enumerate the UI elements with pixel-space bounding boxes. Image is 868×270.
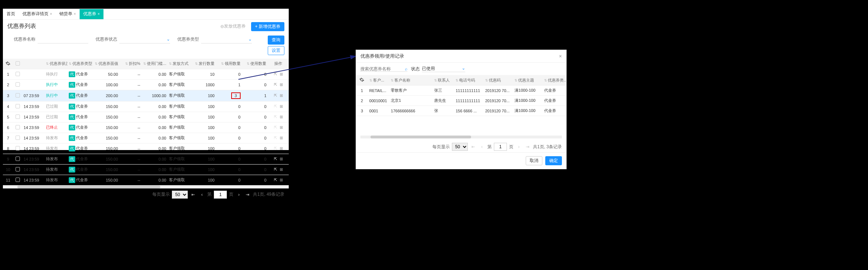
col-face[interactable]: ⇅优惠券面值	[93, 59, 119, 69]
table-row[interactable]: 5 14 23:59 已过期 代代金券 150.00 -- 0.00 客户领取 …	[3, 112, 289, 122]
qrcode-icon[interactable]: ⊞	[280, 167, 283, 171]
row-checkbox[interactable]	[13, 154, 22, 164]
share-icon[interactable]: ⇱	[274, 146, 277, 150]
claim-cell[interactable]: 0	[216, 143, 242, 154]
share-icon[interactable]: ⇱	[274, 115, 277, 119]
qrcode-icon[interactable]: ⊞	[280, 178, 283, 182]
table-row[interactable]: 11 14 23:59 待发布 代代金券 150.00 -- 0.00 客户领取…	[3, 175, 289, 185]
claim-cell[interactable]: 3	[216, 90, 242, 101]
claim-count-highlighted[interactable]: 3	[231, 92, 241, 99]
row-checkbox[interactable]	[13, 101, 22, 112]
col-status[interactable]: ⇅优惠券状态	[45, 59, 68, 69]
search-icon[interactable]: ⌕	[405, 66, 407, 71]
claim-cell[interactable]: 0	[216, 154, 242, 164]
table-row[interactable]: 4 14 23:59 已过期 代代金券 150.00 -- 0.00 客户领取 …	[3, 101, 289, 112]
claim-cell[interactable]: 0	[216, 122, 242, 133]
tab-home[interactable]: 首页	[3, 9, 19, 19]
status-select[interactable]: 已使用 ⌄	[422, 66, 465, 72]
close-icon[interactable]: ×	[74, 12, 76, 16]
row-checkbox[interactable]	[13, 122, 22, 133]
row-checkbox[interactable]	[13, 69, 22, 79]
col-code[interactable]: ⇅优惠码	[484, 75, 513, 86]
row-checkbox[interactable]	[13, 79, 22, 90]
qrcode-icon[interactable]: ⊞	[280, 146, 283, 150]
qrcode-icon[interactable]: ⊞	[280, 136, 283, 140]
row-checkbox[interactable]	[13, 90, 22, 101]
share-icon[interactable]: ⇱	[274, 157, 277, 161]
qrcode-icon[interactable]: ⊞	[280, 104, 283, 108]
share-icon[interactable]: ⇱	[274, 82, 277, 87]
prev-page-button[interactable]: ‹	[199, 191, 205, 198]
col-use[interactable]: ⇅使用数量	[242, 59, 268, 69]
qrcode-icon[interactable]: ⊞	[280, 93, 283, 97]
claim-cell[interactable]: 1	[216, 79, 242, 90]
qrcode-icon[interactable]: ⊞	[280, 157, 283, 161]
share-icon[interactable]: ⇱	[274, 72, 277, 76]
col-type[interactable]: ⇅优惠券类...	[543, 75, 566, 86]
table-row[interactable]: 3 0001 17666666666 张 156 6666 ... 201912…	[356, 106, 566, 116]
claim-cell[interactable]: 0	[216, 133, 242, 143]
row-checkbox[interactable]	[13, 112, 22, 122]
coupon-name-input[interactable]	[38, 36, 88, 43]
claim-cell[interactable]: 0	[216, 69, 242, 79]
cancel-button[interactable]: 取消	[526, 156, 542, 165]
table-row[interactable]: 2 00010001 北京1 唐先生 11111111111 2019120 7…	[356, 96, 566, 106]
claim-cell[interactable]: 0	[216, 112, 242, 122]
share-icon[interactable]: ⇱	[274, 178, 277, 182]
row-checkbox[interactable]	[13, 164, 22, 175]
qrcode-icon[interactable]: ⊞	[280, 72, 283, 76]
search-button[interactable]: 查询	[268, 36, 284, 45]
checkbox-header[interactable]	[13, 59, 22, 69]
share-icon[interactable]: ⇱	[274, 93, 277, 97]
table-row[interactable]: 1 待执行 代代金券 50.00 -- 0.00 客户领取 10 0 0 ⇱ ⊞	[3, 69, 289, 79]
confirm-button[interactable]: 确定	[545, 156, 562, 165]
share-icon[interactable]: ⇱	[274, 167, 277, 171]
col-claim[interactable]: ⇅领用数量	[216, 59, 242, 69]
claim-cell[interactable]: 0	[216, 101, 242, 112]
claim-cell[interactable]: 0	[216, 175, 242, 185]
col-phone[interactable]: ⇅电话号码	[454, 75, 483, 86]
col-cust-name[interactable]: ⇅客户名称	[389, 75, 432, 86]
row-checkbox[interactable]	[13, 133, 22, 143]
table-row[interactable]: 9 14 23:59 待发布 代代金券 150.00 -- 0.00 客户领取 …	[3, 154, 289, 164]
page-input[interactable]	[494, 143, 507, 151]
qrcode-icon[interactable]: ⊞	[280, 125, 283, 129]
share-icon[interactable]: ⇱	[274, 104, 277, 108]
add-coupon-button[interactable]: + 新增优惠券	[251, 22, 284, 31]
share-icon[interactable]: ⇱	[274, 136, 277, 140]
coupon-status-select[interactable]: ⌄	[119, 36, 170, 43]
coupon-type-select[interactable]: ⌄	[201, 36, 252, 43]
distribute-coupon-button[interactable]: ⊖ 发放优惠券	[216, 22, 250, 31]
col-threshold[interactable]: ⇅使用门槛...	[142, 59, 168, 69]
col-contact[interactable]: ⇅联系人	[433, 75, 454, 86]
settings-button[interactable]: 设置	[268, 46, 284, 55]
horizontal-scrollbar[interactable]	[3, 186, 289, 188]
page-input[interactable]	[214, 191, 227, 199]
qrcode-icon[interactable]: ⊞	[280, 82, 283, 87]
claim-cell[interactable]: 0	[216, 164, 242, 175]
col-discount[interactable]: ⇅折扣%	[119, 59, 142, 69]
qrcode-icon[interactable]: ⊞	[280, 115, 283, 119]
per-page-select[interactable]: 50	[172, 191, 188, 199]
share-icon[interactable]: ⇱	[274, 125, 277, 129]
col-type[interactable]: ⇅优惠券类型	[67, 59, 93, 69]
last-page-button[interactable]: ⇥	[244, 191, 251, 198]
search-input[interactable]	[360, 66, 405, 71]
last-page-button[interactable]: ⇥	[524, 144, 531, 150]
horizontal-scrollbar[interactable]	[360, 136, 562, 138]
tab-coupon[interactable]: 优惠券×	[80, 9, 103, 19]
table-row[interactable]: 2 执行中 代代金券 100.00 -- 0.00 客户领取 1000 1 0 …	[3, 79, 289, 90]
table-row[interactable]: 10 14 23:59 待发布 代代金券 150.00 -- 0.00 客户领取…	[3, 164, 289, 175]
table-row[interactable]: 1 RETAIL... 零散客户 张三 11111111111 2019120 …	[356, 86, 566, 96]
tab-sales-order[interactable]: 销货单×	[56, 9, 80, 19]
first-page-button[interactable]: ⇤	[190, 191, 196, 198]
next-page-button[interactable]: ›	[236, 191, 242, 198]
close-icon[interactable]: ×	[559, 53, 562, 59]
per-page-select[interactable]: 50	[452, 143, 468, 151]
table-row[interactable]: 8 14 23:59 待发布 代代金券 150.00 -- 0.00 客户领取 …	[3, 143, 289, 154]
table-row[interactable]: 7 14 23:59 待发布 代代金券 150.00 -- 0.00 客户领取 …	[3, 133, 289, 143]
col-issue[interactable]: ⇅发行数量	[190, 59, 216, 69]
close-icon[interactable]: ×	[50, 12, 52, 16]
close-icon[interactable]: ×	[98, 12, 100, 16]
col-cust-no[interactable]: ⇅客户...	[368, 75, 390, 86]
